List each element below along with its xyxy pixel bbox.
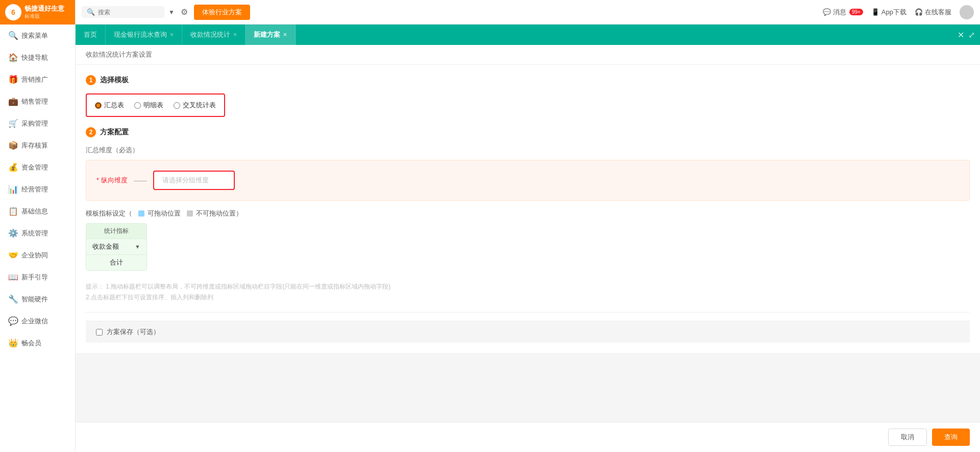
online-service-button[interactable]: 🎧 在线客服 [915, 8, 951, 17]
step2-title: 2 方案配置 [86, 127, 970, 137]
sidebar-item-system[interactable]: ⚙️ 系统管理 [0, 222, 75, 244]
vertical-dimension-row: * 纵向维度 —— 请选择分组维度 [96, 171, 959, 190]
page-breadcrumb: 收款情况统计方案设置 [76, 45, 980, 65]
header-search-box[interactable]: 🔍 [82, 6, 164, 18]
top-header: 🔍 ▼ ⚙ 体验行业方案 💬 消息 99+ 📱 App下载 🎧 在线客服 [76, 0, 980, 25]
metrics-header: 模板指标设定（ 可拖动位置 不可拖动位置） [86, 209, 970, 218]
sidebar-item-label: 营销推广 [21, 75, 48, 84]
sidebar-item-label: 库存核算 [21, 141, 48, 150]
save-plan-checkbox[interactable] [96, 329, 103, 336]
tab-bank-flow[interactable]: 现金银行流水查询 × [106, 25, 182, 45]
tab-minimize-button[interactable]: ✕ [958, 30, 964, 40]
sidebar-item-management[interactable]: 📊 经营管理 [0, 178, 75, 200]
tab-bank-flow-close-icon[interactable]: × [170, 31, 174, 38]
sidebar-item-wechat[interactable]: 💬 企业微信 [0, 310, 75, 332]
notifications-button[interactable]: 💬 消息 99+ [823, 8, 863, 17]
user-avatar[interactable] [960, 5, 974, 19]
metrics-dropdown-icon[interactable]: ▼ [135, 244, 140, 250]
radio-detail[interactable]: 明细表 [134, 101, 163, 110]
metrics-grid-item-revenue[interactable]: 收款金额 ▼ [86, 239, 146, 255]
notifications-badge: 99+ [849, 9, 863, 15]
tab-home[interactable]: 首页 [76, 25, 106, 45]
finance-nav-icon: 💰 [8, 162, 17, 172]
radio-cross-input[interactable] [174, 102, 180, 109]
plan-config-section: 汇总维度（必选） * 纵向维度 —— 请选择分组维度 模板指标设定（ 可拖动位 [86, 146, 970, 302]
search-icon: 🔍 [87, 8, 95, 16]
dimension-area: * 纵向维度 —— 请选择分组维度 [86, 160, 970, 201]
notifications-label: 消息 [833, 8, 846, 17]
purchase-nav-icon: 🛒 [8, 118, 17, 128]
sidebar-item-basic-info[interactable]: 📋 基础信息 [0, 200, 75, 222]
app-download-button[interactable]: 📱 App下载 [871, 8, 906, 17]
logo-icon: 6 [5, 4, 21, 20]
sidebar-item-label: 系统管理 [21, 229, 48, 238]
sidebar-item-sales[interactable]: 💼 销售管理 [0, 90, 75, 112]
sidebar-item-label: 采购管理 [21, 119, 48, 128]
guide-nav-icon: 📖 [8, 272, 17, 282]
member-nav-icon: 👑 [8, 338, 17, 348]
search-input[interactable] [98, 9, 159, 16]
sidebar-item-label: 基础信息 [21, 207, 48, 216]
search-nav-icon: 🔍 [8, 31, 17, 40]
app-logo: 6 畅捷通好生意 标准版 [0, 0, 75, 25]
separator [86, 312, 970, 313]
radio-cross[interactable]: 交叉统计表 [174, 101, 216, 110]
sales-nav-icon: 💼 [8, 97, 17, 106]
radio-summary-input[interactable] [95, 102, 102, 109]
app-download-icon: 📱 [871, 8, 879, 16]
metrics-section: 模板指标设定（ 可拖动位置 不可拖动位置） 统计指标 收 [86, 209, 970, 272]
metrics-item-label: 收款金额 [92, 242, 119, 251]
template-selection-box: 汇总表 明细表 交叉统计表 [86, 93, 225, 117]
tab-home-label: 首页 [84, 30, 97, 39]
radio-detail-label: 明细表 [143, 101, 163, 110]
message-icon: 💬 [823, 8, 831, 16]
footer-bar: 取消 查询 [76, 422, 980, 452]
step1-title: 1 选择模板 [86, 75, 970, 85]
tab-payment-stats-close-icon[interactable]: × [233, 31, 237, 38]
sidebar-item-label: 搜索菜单 [21, 31, 48, 40]
tab-bank-flow-label: 现金银行流水查询 [114, 30, 167, 39]
bottom-save-section: 方案保存（可选） [86, 321, 970, 343]
sidebar-item-member[interactable]: 👑 畅会员 [0, 332, 75, 354]
sidebar-item-label: 销售管理 [21, 97, 48, 106]
gear-button[interactable]: ⚙ [179, 5, 190, 19]
radio-summary-label: 汇总表 [104, 101, 124, 110]
sidebar-item-finance[interactable]: 💰 资金管理 [0, 156, 75, 178]
page-content: 收款情况统计方案设置 1 选择模板 汇总表 明细表 [76, 45, 980, 422]
industry-solution-button[interactable]: 体验行业方案 [194, 5, 250, 20]
query-button[interactable]: 查询 [932, 429, 970, 446]
metrics-header-text: 模板指标设定（ [86, 209, 132, 218]
tab-bar-right-controls: ✕ ⤢ [952, 25, 980, 45]
sidebar: 6 畅捷通好生意 标准版 🔍 搜索菜单 🏠 快捷导航 🎁 营销推广 💼 销售管理… [0, 0, 76, 452]
sidebar-item-label: 资金管理 [21, 163, 48, 172]
sidebar-item-label: 智能硬件 [21, 295, 48, 304]
app-download-label: App下载 [881, 8, 906, 17]
tab-new-plan-label: 新建方案 [254, 30, 280, 39]
sidebar-item-marketing[interactable]: 🎁 营销推广 [0, 68, 75, 90]
sidebar-item-label: 企业协同 [21, 251, 48, 260]
online-service-label: 在线客服 [925, 8, 951, 17]
sidebar-item-quick-nav[interactable]: 🏠 快捷导航 [0, 46, 75, 68]
radio-summary[interactable]: 汇总表 [95, 101, 124, 110]
radio-detail-input[interactable] [134, 102, 141, 109]
tab-payment-stats-label: 收款情况统计 [190, 30, 230, 39]
tab-new-plan[interactable]: 新建方案 × [246, 25, 296, 45]
sidebar-item-hardware[interactable]: 🔧 智能硬件 [0, 288, 75, 310]
vertical-dim-label: * 纵向维度 [96, 176, 128, 185]
breadcrumb-text: 收款情况统计方案设置 [86, 51, 152, 58]
search-dropdown-button[interactable]: ▼ [168, 9, 175, 16]
dimension-selector[interactable]: 请选择分组维度 [153, 171, 235, 190]
cancel-button[interactable]: 取消 [888, 429, 927, 446]
tab-maximize-button[interactable]: ⤢ [968, 30, 975, 40]
sidebar-item-guide[interactable]: 📖 新手引导 [0, 266, 75, 288]
tab-new-plan-close-icon[interactable]: × [283, 31, 287, 38]
tab-payment-stats[interactable]: 收款情况统计 × [182, 25, 246, 45]
sidebar-item-enterprise[interactable]: 🤝 企业协同 [0, 244, 75, 266]
not-draggable-toggle: 不可拖动位置） [187, 209, 242, 218]
sidebar-item-search[interactable]: 🔍 搜索菜单 [0, 25, 75, 46]
sidebar-item-label: 新手引导 [21, 273, 48, 282]
sidebar-item-inventory[interactable]: 📦 库存核算 [0, 134, 75, 156]
tab-bar: 首页 现金银行流水查询 × 收款情况统计 × 新建方案 × ✕ ⤢ [76, 25, 980, 45]
sidebar-item-purchase[interactable]: 🛒 采购管理 [0, 112, 75, 134]
sidebar-item-label: 快捷导航 [21, 53, 48, 62]
